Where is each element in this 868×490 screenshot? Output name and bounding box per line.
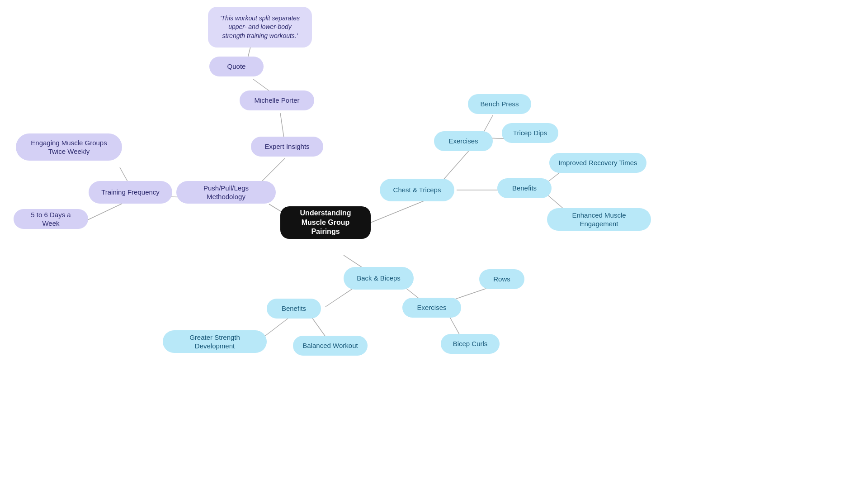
michelle-porter-node[interactable]: Michelle Porter (240, 90, 314, 110)
tricep-dips-node[interactable]: Tricep Dips (502, 123, 558, 143)
bicep-curls-node[interactable]: Bicep Curls (441, 334, 500, 354)
ppl-node[interactable]: Push/Pull/Legs Methodology (176, 181, 276, 204)
exercises-upper-node[interactable]: Exercises (434, 131, 493, 151)
svg-line-8 (371, 198, 432, 223)
enhanced-muscle-node[interactable]: Enhanced Muscle Engagement (547, 208, 651, 231)
benefits-upper-node[interactable]: Benefits (497, 178, 552, 198)
expert-insights-node[interactable]: Expert Insights (251, 137, 323, 157)
benefits-lower-node[interactable]: Benefits (267, 299, 321, 319)
five-six-days-node[interactable]: 5 to 6 Days a Week (14, 209, 88, 229)
greater-strength-node[interactable]: Greater Strength Development (163, 330, 267, 353)
chest-triceps-node[interactable]: Chest & Triceps (380, 179, 454, 201)
exercises-lower-node[interactable]: Exercises (402, 298, 461, 318)
back-biceps-node[interactable]: Back & Biceps (344, 267, 414, 290)
training-frequency-node[interactable]: Training Frequency (89, 181, 172, 204)
bench-press-node[interactable]: Bench Press (468, 94, 531, 114)
balanced-workout-node[interactable]: Balanced Workout (293, 336, 368, 356)
quote-node[interactable]: Quote (209, 57, 264, 76)
quote-text-node[interactable]: 'This workout split separates upper- and… (208, 7, 312, 48)
engaging-muscle-node[interactable]: Engaging Muscle Groups Twice Weekly (16, 133, 122, 161)
center-node[interactable]: Understanding Muscle Group Pairings (280, 206, 371, 239)
improved-recovery-node[interactable]: Improved Recovery Times (549, 153, 646, 173)
rows-node[interactable]: Rows (479, 269, 524, 289)
